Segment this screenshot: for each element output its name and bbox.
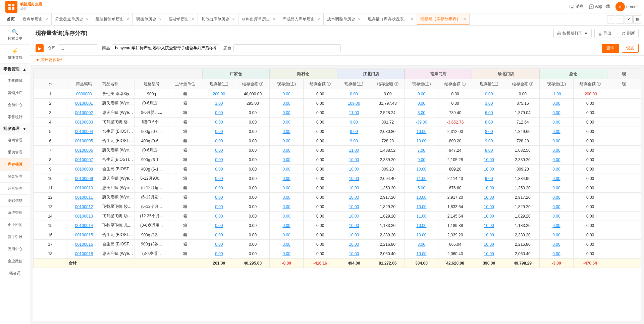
cell-nanan-qty[interactable]: 10.00 (405, 193, 438, 202)
cell-nanan-qty[interactable]: 10.00 (405, 221, 438, 230)
cell-nanan-qty[interactable]: 9.00 (405, 155, 438, 165)
cell-jiangbei-qty[interactable]: 10.00 (337, 249, 371, 259)
sidebar-item-finance[interactable]: 资金管理 (0, 171, 30, 183)
tab-category-check[interactable]: 分量盘点单历史 ✕ (52, 13, 92, 25)
cell-jiangbei-qty[interactable]: 10.00 (337, 230, 371, 240)
cell-nanan-qty[interactable]: 5.00 (405, 183, 438, 193)
cell-jiangbei-qty[interactable]: 9.00 (337, 127, 371, 136)
cell-code[interactable]: 00100011 (67, 193, 101, 202)
cell-mocun-qty[interactable]: 0.00 (270, 108, 304, 118)
cell-factory-qty[interactable]: 0.00 (202, 118, 236, 127)
cell-mocun-qty[interactable]: 0.00 (270, 155, 304, 165)
cell-yubei-qty[interactable]: 0.00 (472, 89, 506, 99)
cell-jiangbei-qty[interactable]: 11.00 (337, 108, 371, 118)
cell-jiangbei-qty[interactable]: 109.00 (337, 99, 371, 108)
cell-total-qty[interactable]: 0.00 (540, 146, 574, 155)
cell-jiangbei-qty[interactable]: 10.00 (337, 202, 371, 212)
cell-total-qty[interactable]: 0.00 (540, 193, 574, 202)
cell-mocun-qty[interactable]: 0.00 (270, 99, 304, 108)
cell-total-qty[interactable]: 0.00 (540, 108, 574, 118)
cell-total-qty[interactable]: 0.00 (540, 174, 574, 183)
cell-code[interactable]: 00100001 (67, 99, 101, 108)
cell-nanan-qty[interactable]: 11.00 (405, 174, 438, 183)
cell-nanan-qty[interactable]: 10.00 (405, 230, 438, 240)
cell-mocun-qty[interactable]: 0.00 (270, 221, 304, 230)
cell-nanan-qty[interactable]: 0.00 (405, 89, 438, 99)
cell-factory-qty[interactable]: 0.00 (202, 136, 236, 146)
cell-total-qty[interactable]: -1.00 (540, 89, 574, 99)
cell-yubei-qty[interactable]: 10.00 (472, 240, 506, 249)
cell-nanan-qty[interactable]: 10.00 (405, 165, 438, 174)
cell-code[interactable]: 00100013 (67, 212, 101, 221)
sidebar-item-ecommerce[interactable]: 电商管理 (0, 134, 30, 146)
cell-code[interactable]: 00100010 (67, 183, 101, 193)
sidebar-item-retail-store[interactable]: 零售商城 (0, 75, 30, 87)
cell-nanan-qty[interactable]: 3.00 (405, 240, 438, 249)
goods-input[interactable] (112, 44, 219, 52)
cell-factory-qty[interactable]: 0.00 (202, 193, 236, 202)
cell-total-qty[interactable]: 0.00 (540, 155, 574, 165)
cell-mocun-qty[interactable]: 0.00 (270, 193, 304, 202)
sidebar-item-membership[interactable]: 畅会员 (0, 267, 30, 279)
cell-factory-qty[interactable]: 0.00 (202, 155, 236, 165)
cell-code[interactable]: 00100014 (67, 221, 101, 230)
cell-jiangbei-qty[interactable]: 0.00 (337, 89, 371, 99)
app-download-btn[interactable]: A App下载 (589, 4, 610, 9)
cell-factory-qty[interactable]: 0.00 (202, 230, 236, 240)
cell-factory-qty[interactable]: 0.00 (202, 108, 236, 118)
cell-mocun-qty[interactable]: 0.00 (270, 165, 304, 174)
cell-yubei-qty[interactable]: 8.00 (472, 118, 506, 127)
tab-material-out[interactable]: 材料出库单历史 ✕ (238, 13, 279, 25)
cell-code[interactable]: 00100003 (67, 118, 101, 127)
cell-yubei-qty[interactable]: 10.00 (472, 155, 506, 165)
refresh-btn[interactable]: 刷新 (618, 29, 639, 38)
sidebar-item-guide[interactable]: 新手引导 (0, 231, 30, 243)
cell-code[interactable]: 00100007 (67, 155, 101, 165)
cell-nanan-qty[interactable]: 7.00 (405, 146, 438, 155)
cell-yubei-qty[interactable]: 10.00 (472, 230, 506, 240)
collapse-btn[interactable]: ▶ (36, 44, 44, 52)
sidebar-item-wholesale[interactable]: 批发管理▼ (0, 123, 30, 134)
cell-factory-qty[interactable]: 0.00 (202, 202, 236, 212)
cell-nanan-qty[interactable]: 10.00 (405, 136, 438, 146)
tab-home[interactable]: 首页 (3, 13, 19, 25)
cell-factory-qty[interactable]: 200.00 (202, 89, 236, 99)
cell-yubei-qty[interactable]: 8.00 (472, 127, 506, 136)
col-settings[interactable]: ⚙ (34, 79, 67, 89)
cell-factory-qty[interactable]: 0.00 (202, 183, 236, 193)
cell-mocun-qty[interactable]: 0.00 (270, 183, 304, 193)
sidebar-item-purchase[interactable]: 采购管理 (0, 146, 30, 158)
cell-factory-qty[interactable]: 1.00 (202, 99, 236, 108)
cell-factory-qty[interactable]: 0.00 (202, 212, 236, 221)
tab-expand-btn[interactable]: ⊡ (633, 15, 641, 24)
cell-factory-qty[interactable]: 0.00 (202, 174, 236, 183)
cell-jiangbei-qty[interactable]: 10.00 (337, 165, 371, 174)
sidebar-item-search[interactable]: 🔍 搜索英单 (0, 26, 30, 45)
cell-total-qty[interactable]: 0.00 (540, 99, 574, 108)
cell-yubei-qty[interactable]: 6.00 (472, 108, 506, 118)
tab-requisition[interactable]: 要货单历史 ✕ (165, 13, 198, 25)
cell-jiangbei-qty[interactable]: 9.00 (337, 136, 371, 146)
sidebar-item-retail-stats[interactable]: 零售统计 (0, 111, 30, 123)
cell-code[interactable]: 00100008 (67, 165, 101, 174)
cell-code[interactable]: 00100002 (67, 108, 101, 118)
cell-yubei-qty[interactable]: 8.00 (472, 146, 506, 155)
cell-yubei-qty[interactable]: 10.00 (472, 183, 506, 193)
cell-factory-qty[interactable]: 0.00 (202, 146, 236, 155)
expand-filter-btn[interactable]: ▼ 展开更多条件 (36, 57, 639, 63)
cell-factory-qty[interactable]: 0.00 (202, 240, 236, 249)
cell-mocun-qty[interactable]: 0.00 (270, 89, 304, 99)
cell-mocun-qty[interactable]: 0.00 (270, 230, 304, 240)
cell-total-qty[interactable]: 0.00 (540, 212, 574, 221)
tab-stock-status[interactable]: 现存量（库存状况表） ✕ (364, 13, 417, 25)
cell-code[interactable]: 00100015 (67, 230, 101, 240)
cell-nanan-qty[interactable]: 11.00 (405, 212, 438, 221)
cell-yubei-qty[interactable]: 9.00 (472, 136, 506, 146)
cell-factory-qty[interactable]: 0.00 (202, 165, 236, 174)
cell-jiangbei-qty[interactable]: 9.00 (337, 118, 371, 127)
cell-mocun-qty[interactable]: 0.00 (270, 212, 304, 221)
sidebar-item-wechat[interactable]: 企业微信 (0, 255, 30, 267)
cell-nanan-qty[interactable]: 0.00 (405, 99, 438, 108)
cell-nanan-qty[interactable]: 3.00 (405, 108, 438, 118)
cell-yubei-qty[interactable]: 10.00 (472, 249, 506, 259)
